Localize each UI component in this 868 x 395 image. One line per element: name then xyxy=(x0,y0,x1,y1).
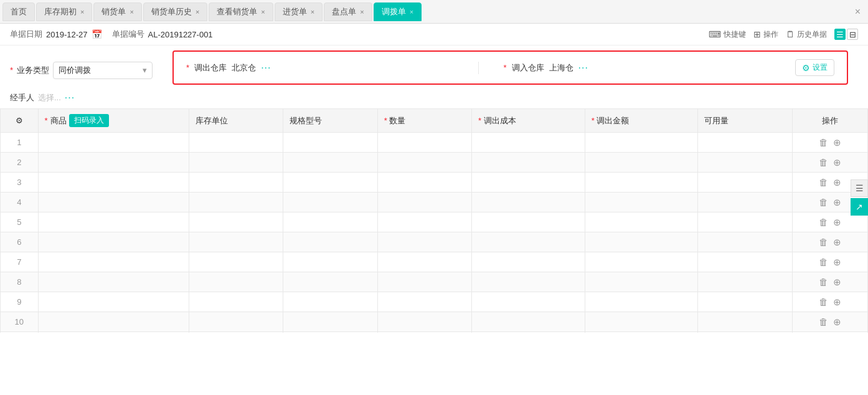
row-spec-10[interactable] xyxy=(283,312,377,332)
row-amount-4[interactable] xyxy=(585,193,698,212)
row-unit-3[interactable] xyxy=(189,173,283,193)
row-spec-6[interactable] xyxy=(283,232,377,252)
row-amount-8[interactable] xyxy=(585,272,698,292)
tab-home[interactable]: 首页 xyxy=(2,2,35,21)
row-product-1[interactable] xyxy=(38,133,189,153)
row-qty-8[interactable] xyxy=(377,272,471,292)
tab-sales[interactable]: 销货单 × xyxy=(93,2,141,21)
row-product-7[interactable] xyxy=(38,252,189,272)
row-qty-6[interactable] xyxy=(377,232,471,252)
layout-grid-btn[interactable]: ⊟ xyxy=(847,29,858,40)
row-amount-10[interactable] xyxy=(585,312,698,332)
row-copy-icon-8[interactable]: ⊕ xyxy=(833,277,841,287)
out-warehouse-more-icon[interactable]: ··· xyxy=(261,62,271,74)
row-product-6[interactable] xyxy=(38,232,189,252)
row-available-7[interactable] xyxy=(698,252,792,272)
right-list-btn[interactable]: ☰ xyxy=(851,179,868,197)
row-cost-11[interactable] xyxy=(472,332,585,333)
row-qty-4[interactable] xyxy=(377,193,471,212)
row-copy-icon-4[interactable]: ⊕ xyxy=(833,197,841,207)
scan-btn[interactable]: 扫码录入 xyxy=(69,114,109,127)
tab-transfer-close[interactable]: × xyxy=(410,8,413,16)
manager-more-icon[interactable]: ··· xyxy=(65,92,75,103)
row-available-11[interactable] xyxy=(698,332,792,333)
row-product-3[interactable] xyxy=(38,173,189,193)
tab-purchase-close[interactable]: × xyxy=(311,8,314,16)
row-delete-icon-2[interactable]: 🗑 xyxy=(819,157,828,168)
row-qty-9[interactable] xyxy=(377,292,471,312)
row-spec-5[interactable] xyxy=(283,212,377,232)
row-cost-9[interactable] xyxy=(472,292,585,312)
tab-inventory-init[interactable]: 库存期初 × xyxy=(36,2,92,21)
row-available-4[interactable] xyxy=(698,193,792,212)
row-unit-1[interactable] xyxy=(189,133,283,153)
tab-purchase[interactable]: 进货单 × xyxy=(275,2,323,21)
biz-type-select[interactable]: 同价调拨 ▾ xyxy=(53,62,153,79)
row-delete-icon-3[interactable]: 🗑 xyxy=(819,177,828,188)
row-copy-icon-6[interactable]: ⊕ xyxy=(833,237,841,247)
row-amount-2[interactable] xyxy=(585,153,698,173)
row-spec-11[interactable] xyxy=(283,332,377,333)
in-warehouse-more-icon[interactable]: ··· xyxy=(578,62,588,74)
row-available-2[interactable] xyxy=(698,153,792,173)
row-qty-3[interactable] xyxy=(377,173,471,193)
row-delete-icon-6[interactable]: 🗑 xyxy=(819,237,828,247)
row-cost-7[interactable] xyxy=(472,252,585,272)
row-available-1[interactable] xyxy=(698,133,792,153)
setting-button[interactable]: ⚙ 设置 xyxy=(795,59,834,76)
tab-close-all-icon[interactable]: × xyxy=(850,4,866,20)
tab-sales-history[interactable]: 销货单历史 × xyxy=(143,2,207,21)
history-btn[interactable]: 🗒 历史单据 xyxy=(786,29,827,40)
row-unit-8[interactable] xyxy=(189,272,283,292)
row-cost-5[interactable] xyxy=(472,212,585,232)
row-unit-7[interactable] xyxy=(189,252,283,272)
row-delete-icon-8[interactable]: 🗑 xyxy=(819,277,828,287)
row-available-5[interactable] xyxy=(698,212,792,232)
row-delete-icon-10[interactable]: 🗑 xyxy=(819,316,828,327)
row-product-11[interactable] xyxy=(38,332,189,333)
row-unit-6[interactable] xyxy=(189,232,283,252)
row-unit-10[interactable] xyxy=(189,312,283,332)
row-delete-icon-4[interactable]: 🗑 xyxy=(819,197,828,207)
row-spec-8[interactable] xyxy=(283,272,377,292)
row-cost-6[interactable] xyxy=(472,232,585,252)
row-product-10[interactable] xyxy=(38,312,189,332)
row-copy-icon-10[interactable]: ⊕ xyxy=(833,316,841,327)
tab-sales-history-close[interactable]: × xyxy=(196,8,199,16)
row-cost-1[interactable] xyxy=(472,133,585,153)
tab-view-sales-close[interactable]: × xyxy=(261,8,265,16)
row-delete-icon-5[interactable]: 🗑 xyxy=(819,217,828,227)
row-unit-2[interactable] xyxy=(189,153,283,173)
row-cost-4[interactable] xyxy=(472,193,585,212)
calendar-icon[interactable]: 📅 xyxy=(92,29,102,39)
row-spec-1[interactable] xyxy=(283,133,377,153)
row-qty-5[interactable] xyxy=(377,212,471,232)
manager-placeholder[interactable]: 选择... xyxy=(38,92,61,103)
row-spec-7[interactable] xyxy=(283,252,377,272)
row-spec-9[interactable] xyxy=(283,292,377,312)
row-spec-2[interactable] xyxy=(283,153,377,173)
row-amount-9[interactable] xyxy=(585,292,698,312)
row-available-6[interactable] xyxy=(698,232,792,252)
row-product-8[interactable] xyxy=(38,272,189,292)
tab-inventory-init-close[interactable]: × xyxy=(80,8,84,16)
row-delete-icon-1[interactable]: 🗑 xyxy=(819,137,828,148)
row-amount-1[interactable] xyxy=(585,133,698,153)
tab-sales-close[interactable]: × xyxy=(130,8,133,16)
row-qty-10[interactable] xyxy=(377,312,471,332)
row-copy-icon-2[interactable]: ⊕ xyxy=(833,157,841,168)
row-product-5[interactable] xyxy=(38,212,189,232)
row-amount-6[interactable] xyxy=(585,232,698,252)
tab-view-sales[interactable]: 查看销货单 × xyxy=(209,2,273,21)
tab-stocktake-close[interactable]: × xyxy=(360,8,364,16)
row-delete-icon-9[interactable]: 🗑 xyxy=(819,297,828,307)
row-copy-icon-5[interactable]: ⊕ xyxy=(833,217,841,227)
row-available-10[interactable] xyxy=(698,312,792,332)
row-cost-3[interactable] xyxy=(472,173,585,193)
row-amount-3[interactable] xyxy=(585,173,698,193)
row-cost-10[interactable] xyxy=(472,312,585,332)
row-amount-5[interactable] xyxy=(585,212,698,232)
row-amount-11[interactable] xyxy=(585,332,698,333)
row-qty-11[interactable] xyxy=(377,332,471,333)
row-unit-9[interactable] xyxy=(189,292,283,312)
